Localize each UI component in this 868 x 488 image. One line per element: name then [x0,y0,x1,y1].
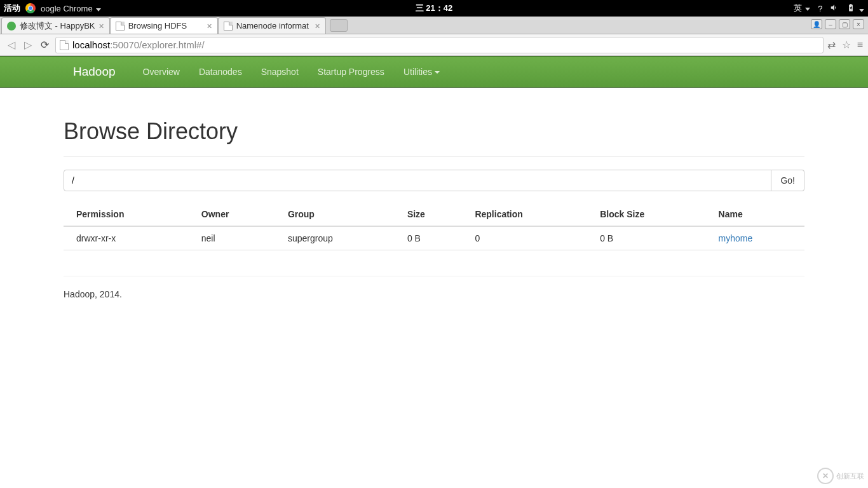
tab-1[interactable]: Browsing HDFS × [110,17,218,34]
brand-link[interactable]: Hadoop [73,65,116,79]
ime-indicator[interactable]: 英 [794,3,811,14]
watermark: ✕ 创新互联 [817,468,864,484]
maximize-button[interactable]: ▢ [839,19,850,29]
nav-datanodes[interactable]: Datanodes [189,57,252,86]
cell-owner: neil [189,226,275,250]
col-replication: Replication [462,203,587,226]
chrome-toolbar: ◁ ▷ ⟳ localhost:50070/explorer.html#/ ⇄ … [0,34,868,56]
page-icon [60,40,69,50]
page-title: Browse Directory [64,118,804,145]
close-icon[interactable]: × [207,21,212,31]
path-input-group: Go! [64,170,804,191]
help-icon[interactable]: ? [818,4,822,13]
chevron-down-icon [435,71,440,74]
reload-button[interactable]: ⟳ [38,37,51,52]
cell-size: 0 B [395,226,463,250]
footer-text: Hadoop, 2014. [64,289,804,318]
url-host: localhost [72,39,110,50]
chrome-tab-strip: 修改博文 - HappyBK × Browsing HDFS × Namenod… [0,17,868,34]
cell-permission: drwxr-xr-x [64,226,189,250]
col-permission: Permission [64,203,189,226]
new-tab-button[interactable] [330,19,348,32]
tab-title: 修改博文 - HappyBK [20,20,95,32]
col-size: Size [395,203,463,226]
back-button[interactable]: ◁ [5,37,18,52]
forward-button[interactable]: ▷ [22,37,34,52]
clock[interactable]: 三 21：42 [416,3,453,14]
table-row: drwxr-xr-xneilsupergroup0 B00 Bmyhome [64,226,804,250]
col-name: Name [706,203,804,226]
entry-link[interactable]: myhome [719,233,753,243]
page-content: Browse Directory Go! Permission Owner Gr… [0,118,868,318]
col-block-size: Block Size [587,203,705,226]
activities-button[interactable]: 活动 [4,3,20,14]
chrome-icon [25,3,36,13]
translate-icon[interactable]: ⇄ [827,39,836,51]
tab-2[interactable]: Namenode informat × [218,17,326,34]
col-group: Group [275,203,395,226]
chevron-down-icon [859,9,864,12]
close-window-button[interactable]: × [853,19,864,29]
cell-group: supergroup [275,226,395,250]
favicon-icon [116,22,125,30]
address-bar[interactable]: localhost:50070/explorer.html#/ [55,37,824,53]
volume-icon[interactable] [830,3,839,14]
battery-icon[interactable] [846,3,864,14]
close-icon[interactable]: × [315,21,320,31]
tab-title: Namenode informat [236,21,311,30]
cell-name: myhome [706,226,804,250]
minimize-button[interactable]: – [825,19,836,29]
path-input[interactable] [64,170,771,191]
window-controls: 👤 – ▢ × [811,19,864,29]
divider [64,156,804,157]
cell-replication: 0 [462,226,587,250]
nav-snapshot[interactable]: Snapshot [252,57,308,86]
hadoop-navbar: Hadoop Overview Datanodes Snapshot Start… [0,56,868,88]
chevron-down-icon [805,8,810,11]
close-icon[interactable]: × [98,21,104,31]
menu-icon[interactable]: ≡ [857,39,863,51]
chevron-down-icon [96,8,101,11]
tab-title: Browsing HDFS [128,21,203,30]
divider [64,276,804,276]
active-app-label[interactable]: oogle Chrome [41,4,101,13]
directory-table: Permission Owner Group Size Replication … [64,203,804,250]
nav-startup-progress[interactable]: Startup Progress [308,57,394,86]
table-header-row: Permission Owner Group Size Replication … [64,203,804,226]
cell-block-size: 0 B [587,226,705,250]
watermark-logo-icon: ✕ [817,468,834,484]
bookmark-icon[interactable]: ☆ [842,39,851,51]
favicon-icon [224,22,233,30]
go-button[interactable]: Go! [771,170,804,191]
user-icon[interactable]: 👤 [811,19,822,29]
watermark-text: 创新互联 [836,471,864,481]
favicon-icon [7,22,16,30]
nav-utilities-dropdown[interactable]: Utilities [394,57,449,86]
tab-0[interactable]: 修改博文 - HappyBK × [1,17,110,34]
url-path: :50070/explorer.html#/ [110,39,204,50]
nav-overview[interactable]: Overview [133,57,189,86]
col-owner: Owner [189,203,275,226]
gnome-top-bar: 活动 oogle Chrome 三 21：42 英 ? [0,0,868,17]
